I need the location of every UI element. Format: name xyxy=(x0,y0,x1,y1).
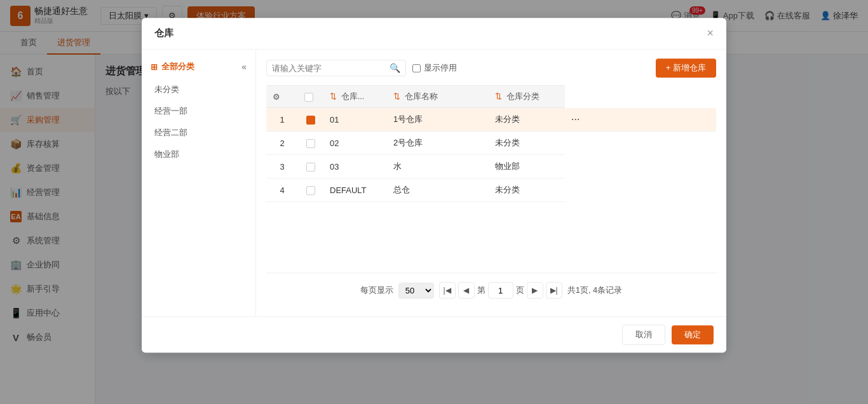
modal-body: ⊞ 全部分类 « 未分类 经营一部 经营二部 物业部 🔍 显示停用 xyxy=(142,50,726,316)
show-disabled-label[interactable]: 显示停用 xyxy=(412,62,457,74)
modal-main: 🔍 显示停用 + 新增仓库 ⚙ xyxy=(256,50,726,316)
row-checkbox[interactable] xyxy=(306,186,315,195)
cell-category: 未分类 xyxy=(489,108,565,131)
table-row[interactable]: 1 01 1号仓库 未分类 ··· xyxy=(266,108,716,131)
category-item-property[interactable]: 物业部 xyxy=(142,144,255,165)
row-checkbox[interactable] xyxy=(306,163,315,172)
cell-checkbox[interactable] xyxy=(298,155,323,178)
cell-name: 2号仓库 xyxy=(387,131,489,155)
cancel-button[interactable]: 取消 xyxy=(622,325,665,345)
page-suffix: 页 xyxy=(516,285,524,296)
th-checkbox xyxy=(298,86,323,108)
modal-footer: 取消 确定 xyxy=(142,316,726,353)
per-page-select[interactable]: 50 100 xyxy=(398,283,434,299)
add-warehouse-button[interactable]: + 新增仓库 xyxy=(656,58,716,77)
show-disabled-text: 显示停用 xyxy=(424,62,457,74)
th-name: ⇅ 仓库名称 xyxy=(387,86,489,108)
cell-index: 2 xyxy=(266,131,298,155)
category-sidebar: ⊞ 全部分类 « 未分类 经营一部 经营二部 物业部 xyxy=(142,50,256,316)
last-page-button[interactable]: ▶| xyxy=(546,282,562,299)
next-page-button[interactable]: ▶ xyxy=(527,282,543,299)
table-row[interactable]: 2 02 2号仓库 未分类 xyxy=(266,131,716,155)
cell-name: 总仓 xyxy=(387,178,489,202)
th-gear: ⚙ xyxy=(266,86,298,108)
row-checkbox[interactable] xyxy=(306,139,315,148)
collapse-icon[interactable]: « xyxy=(241,62,247,72)
sort-icon-cat: ⇅ xyxy=(495,91,502,101)
cell-name: 水 xyxy=(387,155,489,178)
category-all-label[interactable]: ⊞ 全部分类 xyxy=(151,61,194,72)
sort-icon-code: ⇅ xyxy=(330,91,337,101)
cell-code: 01 xyxy=(323,108,387,131)
category-item-ops1[interactable]: 经营一部 xyxy=(142,100,255,122)
search-icon: 🔍 xyxy=(390,63,400,73)
row-actions[interactable]: ··· xyxy=(565,108,716,131)
cell-checkbox[interactable] xyxy=(298,131,323,155)
cell-category: 未分类 xyxy=(489,178,565,202)
cell-checkbox[interactable] xyxy=(298,108,323,131)
page-total: 共1页, 4条记录 xyxy=(567,285,623,296)
th-category: ⇅ 仓库分类 xyxy=(489,86,565,108)
category-header: ⊞ 全部分类 « xyxy=(142,57,255,79)
grid-icon: ⊞ xyxy=(151,62,158,72)
category-item-unclassified[interactable]: 未分类 xyxy=(142,79,255,100)
per-page-label: 每页显示 xyxy=(360,285,393,296)
row-checkbox[interactable] xyxy=(306,116,315,125)
pagination: 每页显示 50 100 |◀ ◀ 第 页 ▶ ▶| 共1页, 4条记录 xyxy=(266,273,716,307)
cell-category: 物业部 xyxy=(489,155,565,178)
page-nav: |◀ ◀ 第 页 ▶ ▶| xyxy=(439,282,562,299)
cell-code: 02 xyxy=(323,131,387,155)
confirm-button[interactable]: 确定 xyxy=(672,325,714,344)
show-disabled-checkbox[interactable] xyxy=(412,64,421,72)
table-header-row: ⚙ ⇅ 仓库... ⇅ 仓库名称 xyxy=(266,86,716,108)
page-label: 第 xyxy=(477,285,485,296)
modal-title: 仓库 xyxy=(154,27,173,39)
search-input[interactable] xyxy=(272,64,390,73)
gear-col-icon: ⚙ xyxy=(273,92,280,102)
cell-index: 4 xyxy=(266,178,298,202)
cell-code: 03 xyxy=(323,155,387,178)
cell-index: 3 xyxy=(266,155,298,178)
page-input[interactable] xyxy=(488,282,513,299)
table-head: ⚙ ⇅ 仓库... ⇅ 仓库名称 xyxy=(266,86,716,108)
cell-code: DEFAULT xyxy=(323,178,387,202)
warehouse-modal: 仓库 × ⊞ 全部分类 « 未分类 经营一部 经营二部 物业部 🔍 xyxy=(142,18,726,353)
cell-category: 未分类 xyxy=(489,131,565,155)
cell-index: 1 xyxy=(266,108,298,131)
first-page-button[interactable]: |◀ xyxy=(439,282,456,299)
table-row[interactable]: 3 03 水 物业部 xyxy=(266,155,716,178)
table-body: 1 01 1号仓库 未分类 ··· 2 02 2号仓库 未分类 3 03 水 物… xyxy=(266,108,716,202)
sort-icon-name: ⇅ xyxy=(393,91,400,101)
cell-checkbox[interactable] xyxy=(298,178,323,202)
th-code: ⇅ 仓库... xyxy=(323,86,387,108)
prev-page-button[interactable]: ◀ xyxy=(458,282,475,299)
table-row[interactable]: 4 DEFAULT 总仓 未分类 xyxy=(266,178,716,202)
modal-header: 仓库 × xyxy=(142,18,726,50)
category-all-text: 全部分类 xyxy=(161,61,194,72)
warehouse-table: ⚙ ⇅ 仓库... ⇅ 仓库名称 xyxy=(266,85,716,202)
modal-toolbar: 🔍 显示停用 + 新增仓库 xyxy=(266,58,716,77)
select-all-checkbox[interactable] xyxy=(304,93,313,102)
cell-name: 1号仓库 xyxy=(387,108,489,131)
modal-close-button[interactable]: × xyxy=(707,27,714,40)
category-item-ops2[interactable]: 经营二部 xyxy=(142,122,255,144)
search-box: 🔍 xyxy=(266,60,406,76)
